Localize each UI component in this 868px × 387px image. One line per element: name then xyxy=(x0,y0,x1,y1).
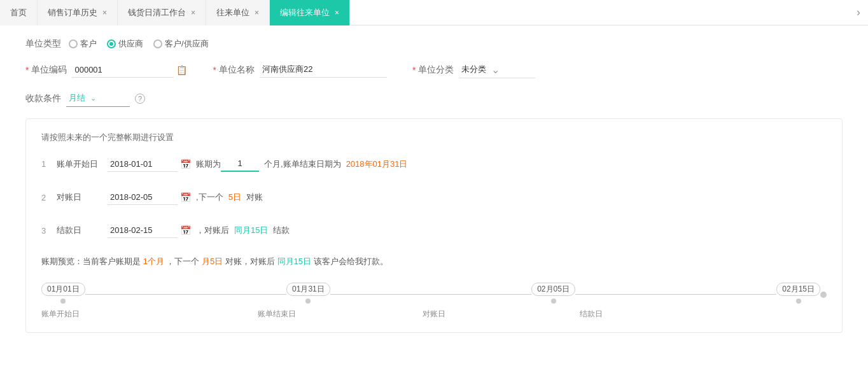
close-icon[interactable]: × xyxy=(191,8,195,17)
tab-cash-workbench-label: 钱货日清工作台 xyxy=(128,7,186,18)
setting-row-3: 3 结款日 📅 ，对账后 同月15日 结款 xyxy=(41,223,827,238)
preview-section: 账期预览：当前客户账期是 1个月 ，下一个 月5日 对账，对账后 同月15日 该… xyxy=(41,256,827,320)
row2-desc-suffix: 对账 xyxy=(246,192,263,203)
timeline-badge-0: 01月01日 xyxy=(41,283,85,296)
period-input[interactable] xyxy=(221,156,259,172)
unit-name-group: * 单位名称 xyxy=(213,62,386,78)
required-star: * xyxy=(25,65,29,75)
help-icon[interactable]: ? xyxy=(135,94,145,104)
timeline-dot-0 xyxy=(60,299,66,304)
timeline-label-1: 账单结束日 xyxy=(199,309,356,320)
unit-classify-select[interactable]: 未分类 ⌄ xyxy=(459,61,535,78)
tabs-bar: 首页 销售订单历史 × 钱货日清工作台 × 往来单位 × 编辑往来单位 × › xyxy=(0,0,868,25)
required-star: * xyxy=(412,65,416,75)
calendar-icon[interactable]: 📅 xyxy=(180,225,191,236)
unit-name-label: 单位名称 xyxy=(219,64,255,76)
reconcile-date-input[interactable] xyxy=(108,190,178,205)
radio-supplier[interactable]: 供应商 xyxy=(107,38,143,50)
tab-sales-history[interactable]: 销售订单历史 × xyxy=(38,0,118,25)
radio-both[interactable]: 客户/供应商 xyxy=(153,38,209,50)
row1-end-date: 2018年01月31日 xyxy=(346,158,408,170)
timeline: 01月01日 01月31日 02月05日 02月15 xyxy=(41,283,827,320)
unit-type-row: 单位类型 客户 供应商 客户/供应商 xyxy=(25,38,843,50)
timeline-node-1: 01月31日 xyxy=(286,283,330,306)
unit-code-group: * 单位编码 📋 xyxy=(25,62,187,78)
radio-supplier-label: 供应商 xyxy=(118,38,143,50)
required-star: * xyxy=(213,65,216,75)
card-hint: 请按照未来的一个完整帐期进行设置 xyxy=(41,132,827,143)
start-date-input[interactable] xyxy=(108,157,178,172)
timeline-segment-1 xyxy=(85,294,286,295)
timeline-label-3: 结款日 xyxy=(512,309,669,320)
unit-classify-label: 单位分类 xyxy=(418,64,454,76)
radio-both-label: 客户/供应商 xyxy=(165,38,209,50)
timeline-label-0: 账单开始日 xyxy=(41,309,199,320)
preview-label: 账期预览：当前客户账期是 1个月 ，下一个 月5日 对账，对账后 同月15日 该… xyxy=(41,256,827,267)
preview-highlight2: 月5日 xyxy=(202,257,223,266)
timeline-node-3: 02月15日 xyxy=(776,283,820,306)
tab-more-button[interactable]: › xyxy=(849,6,868,19)
settlement-date-input[interactable] xyxy=(108,223,178,238)
tab-home-label: 首页 xyxy=(10,7,27,18)
timeline-node-2: 02月05日 xyxy=(531,283,575,306)
timeline-label-2: 对账日 xyxy=(356,309,513,320)
preview-prefix: 账期预览：当前客户账期是 xyxy=(41,257,141,266)
timeline-dot-3 xyxy=(796,299,801,304)
row-label-2: 对账日 xyxy=(57,192,108,203)
preview-mid1: ，下一个 xyxy=(166,257,199,266)
unit-classify-group: * 单位分类 未分类 ⌄ xyxy=(412,61,535,78)
close-icon[interactable]: × xyxy=(255,8,259,17)
tab-sales-history-label: 销售订单历史 xyxy=(48,7,97,18)
radio-supplier-circle xyxy=(107,39,116,48)
calendar-icon[interactable]: 📅 xyxy=(180,192,191,202)
setting-row-1: 1 账单开始日 📅 账期为 个月,账单结束日期为 2018年01月31日 xyxy=(41,156,827,172)
timeline-badge-1: 01月31日 xyxy=(286,283,330,296)
row2-highlight: 5日 xyxy=(228,192,241,203)
timeline-node-0: 01月01日 xyxy=(41,283,85,306)
row3-desc-suffix: 结款 xyxy=(273,225,290,236)
radio-customer-label: 客户 xyxy=(80,38,97,50)
radio-both-circle xyxy=(153,39,162,48)
preview-mid2: 对账，对账后 xyxy=(225,257,275,266)
payment-terms-value: 月结 xyxy=(66,90,88,106)
tab-edit-partner[interactable]: 编辑往来单位 × xyxy=(270,0,350,25)
timeline-dot-2 xyxy=(551,299,556,304)
payment-terms-row: 收款条件 月结 ⌄ ? xyxy=(25,90,843,107)
preview-highlight3: 同月15日 xyxy=(277,257,311,266)
row3-highlight: 同月15日 xyxy=(234,225,268,236)
unit-type-label: 单位类型 xyxy=(25,38,61,50)
close-icon[interactable]: × xyxy=(102,8,107,17)
calendar-icon[interactable]: 📅 xyxy=(180,159,191,169)
timeline-bottom-row: 账单开始日 账单结束日 对账日 结款日 xyxy=(41,309,827,320)
tab-cash-workbench[interactable]: 钱货日清工作台 × xyxy=(118,0,206,25)
preview-highlight1: 1个月 xyxy=(143,257,164,266)
row-num-3: 3 xyxy=(41,226,57,236)
timeline-top-row: 01月01日 01月31日 02月05日 02月15 xyxy=(41,283,827,306)
tab-edit-partner-label: 编辑往来单位 xyxy=(280,7,330,18)
unit-code-input[interactable] xyxy=(72,62,174,78)
payment-terms-label: 收款条件 xyxy=(25,93,61,104)
unit-type-radio-group: 客户 供应商 客户/供应商 xyxy=(69,38,209,50)
row1-desc-prefix: 账期为 xyxy=(196,158,221,170)
timeline-end-dot xyxy=(820,292,827,298)
row-num-1: 1 xyxy=(41,159,57,169)
timeline-segment-2 xyxy=(330,294,531,295)
chevron-down-icon: ⌄ xyxy=(491,64,500,76)
tab-home[interactable]: 首页 xyxy=(0,0,38,25)
unit-name-input[interactable] xyxy=(260,62,387,78)
tab-partner-unit[interactable]: 往来单位 × xyxy=(206,0,270,25)
row1-desc-suffix: 个月,账单结束日期为 xyxy=(264,158,341,170)
timeline-label-4 xyxy=(669,309,827,320)
close-icon[interactable]: × xyxy=(335,8,339,17)
unit-classify-value: 未分类 xyxy=(459,61,489,78)
main-content: 单位类型 客户 供应商 客户/供应商 * 单位编码 📋 * 单位名称 xyxy=(0,25,868,387)
radio-customer[interactable]: 客户 xyxy=(69,38,97,50)
timeline-dot-1 xyxy=(305,299,311,304)
row-num-2: 2 xyxy=(41,193,57,202)
payment-terms-select[interactable]: 月结 ⌄ xyxy=(66,90,130,107)
copy-icon[interactable]: 📋 xyxy=(176,65,187,75)
setting-row-2: 2 对账日 📅 ,下一个 5日 对账 xyxy=(41,190,827,205)
row2-desc-prefix: ,下一个 xyxy=(196,192,223,203)
tab-partner-unit-label: 往来单位 xyxy=(216,7,249,18)
unit-info-row: * 单位编码 📋 * 单位名称 * 单位分类 未分类 ⌄ xyxy=(25,61,843,78)
